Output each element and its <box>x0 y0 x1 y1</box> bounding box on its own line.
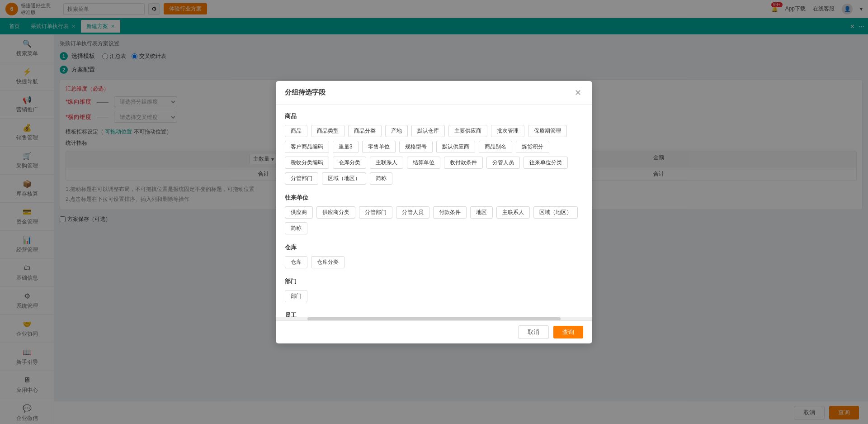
field-tag[interactable]: 简称 <box>285 222 307 234</box>
field-tag[interactable]: 保质期管理 <box>528 125 567 137</box>
field-tag[interactable]: 税收分类编码 <box>285 157 329 169</box>
section-warehouse-tags: 仓库 仓库分类 <box>285 256 583 268</box>
field-tag[interactable]: 重量3 <box>333 141 359 153</box>
field-tag[interactable]: 分管人员 <box>486 157 520 169</box>
field-tag[interactable]: 收付款条件 <box>444 157 483 169</box>
field-tag[interactable]: 客户商品编码 <box>285 141 329 153</box>
field-tag[interactable]: 供应商分类 <box>316 206 355 219</box>
section-partner-title: 往来单位 <box>285 194 583 202</box>
section-warehouse-title: 仓库 <box>285 243 583 252</box>
section-product: 商品 商品 商品类型 商品分类 产地 默认仓库 主要供应商 批次管理 保质期管理… <box>285 112 583 185</box>
modal-cancel-button[interactable]: 取消 <box>518 325 549 339</box>
field-tag[interactable]: 付款条件 <box>433 206 467 219</box>
section-partner-tags: 供应商 供应商分类 分管部门 分管人员 付款条件 地区 主联系人 区域（地区） … <box>285 206 583 234</box>
modal-scrollbar-x[interactable] <box>276 317 592 320</box>
field-tag[interactable]: 供应商 <box>285 206 313 219</box>
field-tag[interactable]: 分管部门 <box>359 206 392 219</box>
modal-confirm-button[interactable]: 查询 <box>553 326 583 338</box>
field-tag[interactable]: 简称 <box>370 172 392 185</box>
field-tag[interactable]: 规格型号 <box>399 141 433 153</box>
field-tag[interactable]: 地区 <box>470 206 493 219</box>
field-tag[interactable]: 往来单位分类 <box>524 157 568 169</box>
field-tag[interactable]: 区域（地区） <box>322 172 366 185</box>
field-tag[interactable]: 区域（地区） <box>533 206 578 219</box>
modal-body: 商品 商品 商品类型 商品分类 产地 默认仓库 主要供应商 批次管理 保质期管理… <box>276 105 592 317</box>
field-tag[interactable]: 商品 <box>285 125 307 137</box>
section-partner: 往来单位 供应商 供应商分类 分管部门 分管人员 付款条件 地区 主联系人 区域… <box>285 194 583 234</box>
section-warehouse: 仓库 仓库 仓库分类 <box>285 243 583 268</box>
field-tag[interactable]: 批次管理 <box>491 125 524 137</box>
field-tag[interactable]: 分管人员 <box>396 206 429 219</box>
modal-footer: 取消 查询 <box>276 320 592 343</box>
field-tag[interactable]: 分管部门 <box>285 172 318 185</box>
modal-close-button[interactable]: ✕ <box>572 87 583 98</box>
field-tag[interactable]: 结算单位 <box>407 157 440 169</box>
section-employee-title: 员工 <box>285 311 583 317</box>
field-tag[interactable]: 零售单位 <box>362 141 396 153</box>
field-tag[interactable]: 主要供应商 <box>448 125 487 137</box>
section-product-title: 商品 <box>285 112 583 120</box>
field-tag[interactable]: 仓库分类 <box>311 256 344 268</box>
field-tag[interactable]: 部门 <box>285 290 307 302</box>
field-tag[interactable]: 默认供应商 <box>436 141 475 153</box>
section-product-tags: 商品 商品类型 商品分类 产地 默认仓库 主要供应商 批次管理 保质期管理 客户… <box>285 125 583 185</box>
modal-header: 分组待选字段 ✕ <box>276 81 592 105</box>
section-dept-tags: 部门 <box>285 290 583 302</box>
field-tag[interactable]: 商品类型 <box>311 125 344 137</box>
field-tag[interactable]: 主联系人 <box>496 206 530 219</box>
modal-field-selector: 分组待选字段 ✕ 商品 商品 商品类型 商品分类 产地 默认仓库 主要供应商 批… <box>276 81 592 343</box>
field-tag[interactable]: 产地 <box>385 125 408 137</box>
modal-overlay: 分组待选字段 ✕ 商品 商品 商品类型 商品分类 产地 默认仓库 主要供应商 批… <box>0 0 868 424</box>
field-tag[interactable]: 炼货积分 <box>516 141 549 153</box>
section-dept: 部门 部门 <box>285 277 583 302</box>
field-tag[interactable]: 商品别名 <box>479 141 512 153</box>
section-dept-title: 部门 <box>285 277 583 286</box>
field-tag[interactable]: 默认仓库 <box>411 125 445 137</box>
field-tag[interactable]: 仓库 <box>285 256 307 268</box>
field-tag[interactable]: 主联系人 <box>370 157 403 169</box>
field-tag[interactable]: 商品分类 <box>348 125 382 137</box>
modal-title: 分组待选字段 <box>285 88 326 97</box>
field-tag[interactable]: 仓库分类 <box>333 157 366 169</box>
section-employee: 员工 业务员 <box>285 311 583 317</box>
